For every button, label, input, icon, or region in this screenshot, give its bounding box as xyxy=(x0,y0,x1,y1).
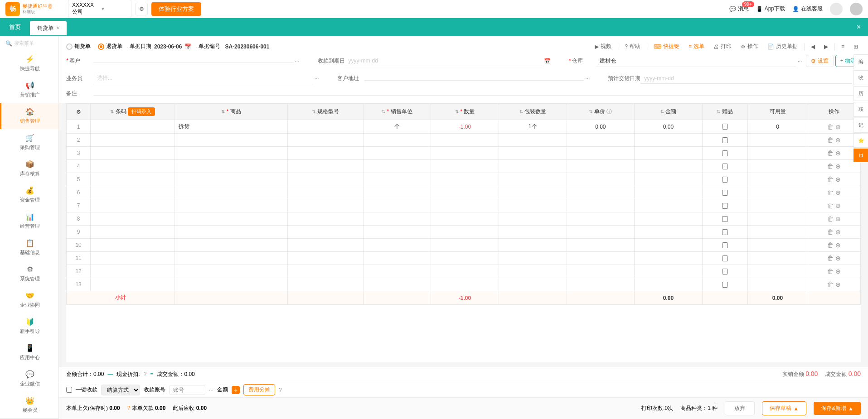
delete-btn-10[interactable]: 🗑 xyxy=(827,241,834,249)
cell-qty-3[interactable] xyxy=(431,147,499,160)
save-new-button[interactable]: 保存&新增 ▲ xyxy=(814,402,861,415)
copy-btn-3[interactable]: ⊕ xyxy=(835,149,841,157)
cell-price-6[interactable] xyxy=(567,186,635,199)
cell-amount-8[interactable] xyxy=(635,212,703,226)
cell-pack-4[interactable] xyxy=(499,160,567,173)
gift-checkbox-2[interactable] xyxy=(722,137,728,143)
cell-qty-10[interactable] xyxy=(431,239,499,252)
cell-spec-6[interactable] xyxy=(288,186,363,199)
cell-amount-9[interactable] xyxy=(635,226,703,239)
gift-checkbox-13[interactable] xyxy=(722,282,728,288)
cell-qty-13[interactable] xyxy=(431,278,499,291)
cell-qty-4[interactable] xyxy=(431,160,499,173)
copy-btn-10[interactable]: ⊕ xyxy=(835,241,841,249)
cell-pack-5[interactable] xyxy=(499,173,567,186)
cell-unit-4[interactable] xyxy=(363,160,431,173)
company-selector[interactable]: XXXXXX公司 ▼ xyxy=(68,0,131,18)
sort-icon-pack[interactable]: ⇅ xyxy=(519,109,523,114)
delete-btn-1[interactable]: 🗑 xyxy=(827,123,834,130)
cell-unit-5[interactable] xyxy=(363,173,431,186)
cell-qty-11[interactable] xyxy=(431,252,499,265)
tab-home[interactable]: 首页 xyxy=(0,18,30,36)
copy-btn-5[interactable]: ⊕ xyxy=(835,176,841,183)
cell-spec-12[interactable] xyxy=(288,265,363,278)
cell-amount-2[interactable] xyxy=(635,134,703,147)
history-button[interactable]: 📄 历史单据 xyxy=(765,42,800,51)
delete-btn-13[interactable]: 🗑 xyxy=(827,281,834,288)
delete-btn-11[interactable]: 🗑 xyxy=(827,255,834,262)
cell-spec-7[interactable] xyxy=(288,199,363,212)
cell-qty-8[interactable] xyxy=(431,212,499,226)
right-btn-note[interactable]: 记 xyxy=(853,118,868,133)
sort-icon-amount[interactable]: ⇅ xyxy=(660,109,664,114)
cell-gift-6[interactable] xyxy=(702,186,747,199)
cell-spec-2[interactable] xyxy=(288,134,363,147)
cell-pack-13[interactable] xyxy=(499,278,567,291)
gift-checkbox-8[interactable] xyxy=(722,216,728,222)
cell-spec-3[interactable] xyxy=(288,147,363,160)
right-btn-contact[interactable]: 联 xyxy=(853,102,868,117)
gift-checkbox-4[interactable] xyxy=(722,164,728,169)
copy-btn-8[interactable]: ⊕ xyxy=(835,215,841,222)
cell-unit-9[interactable] xyxy=(363,226,431,239)
video-button[interactable]: ▶ 视频 xyxy=(592,42,614,51)
cell-gift-9[interactable] xyxy=(702,226,747,239)
tab-sales-order[interactable]: 销货单 × xyxy=(30,21,67,35)
cell-price-2[interactable] xyxy=(567,134,635,147)
online-service-button[interactable]: 👤 在线客服 xyxy=(792,5,823,13)
cell-amount-6[interactable] xyxy=(635,186,703,199)
cell-spec-10[interactable] xyxy=(288,239,363,252)
settings-button[interactable]: ⚙ xyxy=(135,3,148,15)
salesman-dots-icon[interactable]: ··· xyxy=(315,75,319,82)
cell-product-2[interactable] xyxy=(175,134,287,147)
copy-btn-13[interactable]: ⊕ xyxy=(835,281,841,288)
cell-qty-1[interactable]: -1.00 xyxy=(431,120,499,134)
cell-unit-2[interactable] xyxy=(363,134,431,147)
operate-button[interactable]: ⚙ 操作 xyxy=(738,42,761,51)
cell-qty-5[interactable] xyxy=(431,173,499,186)
delete-btn-7[interactable]: 🗑 xyxy=(827,202,834,209)
cell-amount-7[interactable] xyxy=(635,199,703,212)
cell-barcode-3[interactable] xyxy=(91,147,175,160)
cell-qty-12[interactable] xyxy=(431,265,499,278)
list-view-button[interactable]: ≡ xyxy=(839,43,847,51)
cell-unit-1[interactable]: 个 xyxy=(363,120,431,134)
account-dots-icon[interactable]: ··· xyxy=(209,387,213,393)
cell-spec-11[interactable] xyxy=(288,252,363,265)
cell-gift-10[interactable] xyxy=(702,239,747,252)
sort-icon-qty[interactable]: ⇅ xyxy=(455,109,459,114)
warehouse-dots-icon[interactable]: ··· xyxy=(798,58,802,64)
gift-checkbox-1[interactable] xyxy=(722,124,728,130)
cell-product-9[interactable] xyxy=(175,226,287,239)
address-input[interactable] xyxy=(364,77,584,81)
cell-product-13[interactable] xyxy=(175,278,287,291)
copy-btn-11[interactable]: ⊕ xyxy=(835,255,841,262)
sort-icon-gift[interactable]: ⇅ xyxy=(717,109,720,114)
prev-button[interactable]: ◀ xyxy=(808,43,818,51)
cell-gift-11[interactable] xyxy=(702,252,747,265)
delete-btn-9[interactable]: 🗑 xyxy=(827,228,834,236)
customer-dots-icon[interactable]: ··· xyxy=(295,58,300,64)
delete-btn-12[interactable]: 🗑 xyxy=(827,268,834,275)
cell-amount-13[interactable] xyxy=(635,278,703,291)
address-dots-icon[interactable]: ··· xyxy=(585,75,590,82)
cell-barcode-13[interactable] xyxy=(91,278,175,291)
cell-amount-4[interactable] xyxy=(635,160,703,173)
right-btn-orange[interactable]: Itl xyxy=(853,149,868,162)
sidebar-item-system[interactable]: ⚙ 系统管理 xyxy=(0,260,58,287)
cell-pack-10[interactable] xyxy=(499,239,567,252)
cell-barcode-2[interactable] xyxy=(91,134,175,147)
cell-spec-9[interactable] xyxy=(288,226,363,239)
delete-btn-3[interactable]: 🗑 xyxy=(827,149,834,157)
delete-btn-5[interactable]: 🗑 xyxy=(827,176,834,183)
avatar[interactable] xyxy=(830,3,843,15)
copy-btn-7[interactable]: ⊕ xyxy=(835,202,841,209)
settlement-method-select[interactable]: 结算方式 xyxy=(101,385,140,395)
cell-amount-1[interactable]: 0.00 xyxy=(635,120,703,134)
sidebar-item-quick-nav[interactable]: ⚡ 快捷导航 xyxy=(0,50,58,77)
add-button[interactable]: + xyxy=(232,386,240,394)
sidebar-item-app[interactable]: 📱 应用中心 xyxy=(0,339,58,366)
copy-btn-1[interactable]: ⊕ xyxy=(835,123,841,130)
delete-btn-2[interactable]: 🗑 xyxy=(827,136,834,144)
gift-checkbox-10[interactable] xyxy=(722,242,728,248)
